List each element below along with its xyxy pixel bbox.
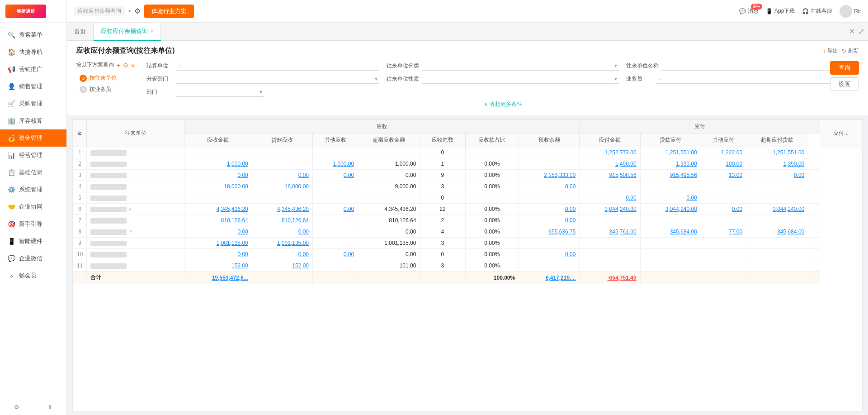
row-num-cell: 7	[73, 215, 87, 226]
sidebar-label-member: 畅会员	[19, 272, 37, 280]
collapse-filter-icon[interactable]: «	[131, 62, 135, 69]
sidebar: 畅捷通财 🔍搜索菜单🏠快捷导航📢营销推广👤销售管理🛒采购管理🏢库存核算💰资金管理…	[0, 0, 67, 415]
query-btn-area: 查询 设置	[830, 61, 859, 91]
tab-expand-btn[interactable]: ⤢	[859, 27, 864, 36]
sidebar-item-purchase[interactable]: 🛒采购管理	[0, 95, 66, 112]
sidebar-item-basic[interactable]: 📋基础信息	[0, 164, 66, 181]
online-service-item[interactable]: 🎧 在线客服	[802, 7, 832, 15]
dept-label: 部门	[146, 88, 174, 96]
settings-filter-icon[interactable]: ⊙	[123, 62, 128, 69]
salesman-input[interactable]	[656, 74, 859, 84]
table-row: 101,252,773.001,251,551.001,222.001,251,…	[73, 147, 862, 158]
settlement-unit-input[interactable]	[176, 61, 379, 71]
filter-settlement-unit: 结算单位	[146, 61, 379, 71]
footer-other-payable	[701, 272, 746, 284]
filter-unit-nature: 往来单位性质 ▾	[387, 74, 619, 84]
tab-home[interactable]: 首页	[67, 23, 94, 41]
sidebar-label-inventory: 库存核算	[19, 117, 42, 125]
message-icon: 💬	[739, 8, 746, 14]
col-loan-payable: 贷款应付	[640, 134, 701, 147]
settings-button[interactable]: 设置	[830, 77, 859, 91]
footer-payable-amount[interactable]: -654,751.40	[580, 272, 640, 284]
member-icon: ⬦	[7, 272, 15, 280]
app-download-item[interactable]: 📱 App下载	[766, 7, 795, 15]
add-filter-icon[interactable]: +	[117, 62, 120, 69]
tab-close-icon[interactable]: ×	[151, 29, 153, 34]
tab-close-btn[interactable]: ✕	[849, 27, 855, 36]
col-settings: ⚙	[73, 120, 87, 147]
filter-salesman: 业务员	[626, 74, 859, 84]
user-avatar-area[interactable]: Rit	[840, 5, 861, 18]
sidebar-item-inventory[interactable]: 🏢库存核算	[0, 112, 66, 129]
export-icon: ↑	[823, 48, 826, 54]
sidebar-item-operation[interactable]: 📊经营管理	[0, 147, 66, 164]
settings-footer-btn[interactable]: ⚙	[14, 404, 19, 410]
sidebar-item-search[interactable]: 🔍搜索菜单	[0, 26, 66, 43]
footer-overdue-receivable	[358, 272, 420, 284]
message-item[interactable]: 💬 消息 99+	[739, 7, 759, 15]
online-service-label: 在线客服	[811, 7, 832, 15]
query-type-by-unit[interactable]: ⊙ 按往来单位	[76, 72, 139, 84]
col-receivable-count: 应收笔数	[420, 134, 465, 147]
finance-icon: 💰	[7, 134, 15, 142]
sidebar-label-basic: 基础信息	[19, 168, 42, 176]
export-button[interactable]: ↑ 导出	[823, 47, 838, 55]
sidebar-label-wechat: 企业微信	[19, 254, 42, 262]
footer-receivable-amount[interactable]: 19,553,472,6...	[184, 272, 252, 284]
chevron-down-icon[interactable]: ▾	[128, 9, 131, 14]
sales-icon: 👤	[7, 82, 15, 91]
table-row: 100.000.000.000.0000.00%0.00	[73, 249, 862, 260]
sidebar-item-system[interactable]: ⚙️系统管理	[0, 181, 66, 198]
sidebar-item-quicknav[interactable]: 🏠快捷导航	[0, 43, 66, 61]
footer-payable-more	[808, 272, 820, 284]
sidebar-item-wechat[interactable]: 💬企业微信	[0, 250, 66, 267]
sidebar-item-member[interactable]: ⬦畅会员	[0, 267, 66, 284]
unit-cell	[87, 170, 184, 181]
footer-receivable-count	[420, 272, 465, 284]
query-button[interactable]: 查询	[830, 61, 859, 75]
system-icon: ⚙️	[7, 186, 15, 194]
sidebar-label-purchase: 采购管理	[19, 100, 42, 108]
footer-loan-receivable	[252, 272, 312, 284]
unit-name-input[interactable]	[661, 61, 859, 71]
tab-receivable-query[interactable]: 应收应付余额查询 ×	[94, 23, 161, 41]
top-header: 应收应付余额查询 ▾ ⚙ 体验行业方案 💬 消息 99+ 📱 App下载 🎧	[67, 0, 868, 23]
table-gear-icon[interactable]: ⚙	[77, 130, 82, 137]
footer-loan-payable	[640, 272, 701, 284]
promo-button[interactable]: 体验行业方案	[144, 5, 194, 18]
logo-text: 畅捷通财	[17, 8, 35, 14]
header-gear-icon[interactable]: ⚙	[134, 7, 141, 15]
unit-nature-label: 往来单位性质	[387, 75, 419, 83]
sidebar-item-enterprise[interactable]: 🤝企业协同	[0, 198, 66, 215]
sidebar-item-hardware[interactable]: 📱智能硬件	[0, 233, 66, 250]
page-title-row: 应收应付余额查询(按往来单位) ↑ 导出 ↻ 刷新	[76, 46, 859, 56]
unit-cell	[87, 260, 184, 272]
data-table: ⚙ 往来单位 应收 应付 应付... 应收金额 贷款应收 其他应收 超期应收金额…	[73, 119, 862, 284]
sidebar-item-finance[interactable]: 💰资金管理	[0, 129, 66, 147]
manage-dept-select[interactable]: ▾	[176, 74, 379, 84]
app-logo: 畅捷通财	[5, 5, 46, 18]
table-container: ⚙ 往来单位 应收 应付 应付... 应收金额 贷款应收 其他应收 超期应收金额…	[72, 119, 863, 411]
dept-select[interactable]: ▾	[176, 87, 264, 97]
sidebar-label-operation: 经营管理	[19, 151, 42, 159]
guide-icon: 🎯	[7, 220, 15, 228]
footer-prepaid-balance[interactable]: 6,417,215....	[519, 272, 580, 284]
sidebar-item-sales[interactable]: 👤销售管理	[0, 78, 66, 95]
home-tab-label: 首页	[74, 28, 86, 36]
sidebar-label-quicknav: 快捷导航	[19, 48, 42, 56]
collapse-sidebar-btn[interactable]: ⏸	[47, 404, 53, 410]
manage-dept-chevron: ▾	[375, 76, 377, 82]
query-type-by-staff[interactable]: ⊙ 按业务员	[76, 84, 139, 95]
filter-label: 按以下方案查询	[76, 61, 114, 69]
refresh-button[interactable]: ↻ 刷新	[842, 47, 859, 55]
collapse-button[interactable]: ∧ 收起更多条件	[484, 100, 522, 108]
sidebar-label-guide: 新手引导	[19, 220, 42, 228]
sidebar-item-guide[interactable]: 🎯新手引导	[0, 215, 66, 233]
footer-overdue-payable	[746, 272, 808, 284]
unit-category-select[interactable]: ▾	[422, 61, 619, 71]
unit-nature-chevron: ▾	[614, 76, 617, 82]
sidebar-label-enterprise: 企业协同	[19, 203, 42, 211]
table-row: 6√4,345,436.204,345,436.200.004,345,436.…	[73, 204, 862, 215]
unit-nature-select[interactable]: ▾	[422, 74, 619, 84]
sidebar-item-marketing[interactable]: 📢营销推广	[0, 61, 66, 78]
